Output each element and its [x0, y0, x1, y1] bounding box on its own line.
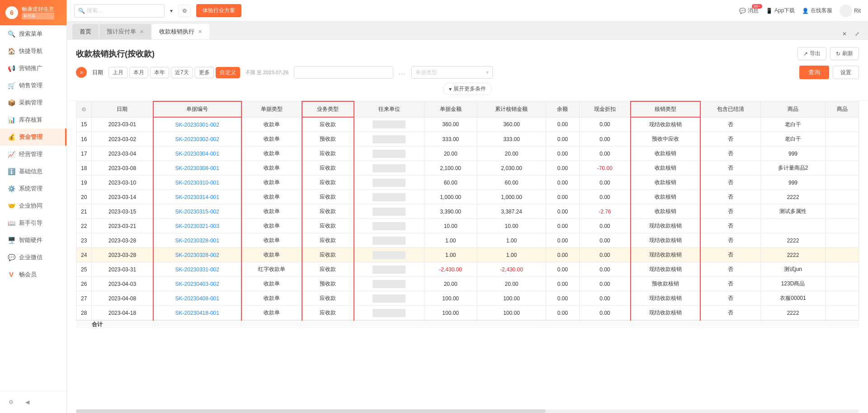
bill-no-link[interactable]: SK-20230331-002	[175, 266, 219, 273]
topbar-dropdown[interactable]: ▾	[170, 8, 173, 14]
row-verify-type: 现结收款核销	[631, 233, 700, 248]
row-goods2	[826, 190, 859, 204]
sidebar-item-label: 资金管理	[19, 133, 42, 141]
col-written-off: 累计核销金额	[477, 101, 546, 117]
row-biz-type: 应收款	[302, 291, 354, 306]
sidebar-item-sales[interactable]: 🛒 销售管理	[0, 77, 66, 94]
sidebar-item-basic[interactable]: ℹ️ 基础信息	[0, 163, 66, 180]
bill-no-link[interactable]: SK-20230408-001	[175, 295, 219, 302]
message-btn[interactable]: 💬 消息 99+	[739, 7, 759, 14]
row-written-off: -2,430.00	[477, 262, 546, 277]
tab-home[interactable]: 首页	[72, 24, 99, 39]
tab-collection-close[interactable]: ✕	[198, 29, 202, 35]
type-select[interactable]: 单据类型 ▾	[411, 66, 493, 79]
sidebar-item-marketing[interactable]: 📢 营销推广	[0, 60, 66, 77]
row-written-off: 2,030.00	[477, 161, 546, 176]
bill-no-link[interactable]: SK-20230328-001	[175, 237, 219, 244]
row-balance: 0.00	[546, 248, 580, 262]
row-bill-type: 收款单	[241, 306, 302, 321]
row-written-off: 1,000.00	[477, 190, 546, 204]
row-included: 否	[700, 204, 760, 219]
sidebar-item-purchase[interactable]: 📦 采购管理	[0, 94, 66, 111]
refresh-button[interactable]: ↻ 刷新	[830, 47, 859, 60]
row-date: 2023-03-21	[92, 219, 153, 233]
settings-button[interactable]: 设置	[833, 66, 859, 79]
sidebar-item-system[interactable]: ⚙️ 系统管理	[0, 180, 66, 197]
row-bill-no: SK-20230403-002	[153, 277, 241, 291]
close-tab-btn[interactable]: ✕	[839, 28, 850, 39]
col-gear[interactable]: ⚙	[76, 101, 92, 117]
online-service-btn[interactable]: 👤 在线客服	[802, 7, 832, 14]
row-goods1: 老白干	[760, 117, 826, 132]
bill-no-link[interactable]: SK-20230418-001	[175, 310, 219, 316]
sidebar-item-finance[interactable]: 💰 资金管理	[0, 128, 66, 146]
filter-toggle-btn[interactable]: »	[76, 67, 87, 78]
solution-button[interactable]: 体验行业方案	[196, 4, 241, 17]
bill-no-link[interactable]: SK-20230328-002	[175, 252, 219, 258]
bill-no-link[interactable]: SK-20230315-002	[175, 209, 219, 215]
collapse-btn[interactable]: ◀	[21, 396, 33, 408]
row-discount: 0.00	[579, 132, 631, 147]
row-included: 否	[700, 277, 760, 291]
tab-prepay-close[interactable]: ✕	[140, 29, 144, 35]
tab-collection[interactable]: 收款核销执行 ✕	[152, 24, 209, 39]
row-written-off: 20.00	[477, 277, 546, 291]
row-date: 2023-04-18	[92, 306, 153, 321]
row-goods2	[826, 262, 859, 277]
bill-no-link[interactable]: SK-20230308-001	[175, 165, 219, 171]
unit-input[interactable]	[294, 66, 393, 79]
topbar-search-box[interactable]: 🔍 搜索...	[74, 4, 165, 18]
gear-icon[interactable]: ⚙	[81, 106, 86, 113]
bill-no-link[interactable]: SK-20230302-002	[175, 136, 219, 142]
sidebar-item-member[interactable]: V 畅会员	[0, 266, 66, 283]
tab-prepay[interactable]: 预计应付单 ✕	[99, 24, 151, 39]
sidebar-item-wechat[interactable]: 💬 企业微信	[0, 249, 66, 266]
date-btn-this-year[interactable]: 本年	[150, 67, 169, 78]
bill-no-link[interactable]: SK-20230403-002	[175, 281, 219, 287]
sidebar-item-guide[interactable]: 📖 新手引导	[0, 214, 66, 232]
sidebar-item-corp[interactable]: 🤝 企业协同	[0, 197, 66, 214]
row-amount: 10.00	[424, 219, 477, 233]
bill-no-link[interactable]: SK-20230301-002	[175, 122, 219, 128]
sidebar-item-inventory[interactable]: 📊 库存核算	[0, 111, 66, 128]
settings-bottom-btn[interactable]: ⚙	[5, 396, 17, 408]
sidebar-item-hardware[interactable]: 🖥️ 智能硬件	[0, 232, 66, 249]
scroll-thumb	[76, 409, 546, 413]
expand-more-btn[interactable]: ▾ 展开更多条件	[443, 83, 492, 95]
page-actions: ↗ 导出 ↻ 刷新	[797, 47, 859, 60]
row-included: 否	[700, 306, 760, 321]
row-no: 15	[76, 117, 92, 132]
row-included: 否	[700, 117, 760, 132]
app-download-btn[interactable]: 📱 App下载	[766, 7, 795, 14]
export-button[interactable]: ↗ 导出	[797, 47, 826, 60]
row-goods1: 多计量商品2	[760, 161, 826, 176]
row-goods2	[826, 161, 859, 176]
sidebar-item-search[interactable]: 🔍 搜索菜单	[0, 25, 66, 43]
bill-no-link[interactable]: SK-20230321-003	[175, 223, 219, 229]
row-bill-no: SK-20230328-001	[153, 233, 241, 248]
user-avatar[interactable]: Rit	[840, 5, 861, 17]
row-unit	[354, 277, 424, 291]
scroll-indicator[interactable]	[76, 409, 859, 413]
sidebar-item-quick-nav[interactable]: 🏠 快捷导航	[0, 43, 66, 60]
row-goods1	[760, 219, 826, 233]
bill-no-link[interactable]: SK-20230310-001	[175, 180, 219, 186]
query-button[interactable]: 查询	[799, 66, 829, 79]
row-bill-type: 红字收款单	[241, 262, 302, 277]
sidebar-item-operation[interactable]: 📈 经营管理	[0, 146, 66, 163]
row-biz-type: 应收款	[302, 176, 354, 190]
date-btn-this-month[interactable]: 本月	[129, 67, 148, 78]
row-included: 否	[700, 291, 760, 306]
date-btn-custom[interactable]: 自定义	[216, 67, 240, 78]
table-row: 21 2023-03-15 SK-20230315-002 收款单 应收款 3,…	[76, 204, 859, 219]
date-btn-more[interactable]: 更多	[195, 67, 214, 78]
col-goods2: 商品	[826, 101, 859, 117]
date-btn-7days[interactable]: 近7天	[171, 67, 193, 78]
topbar-gear-btn[interactable]: ⚙	[178, 5, 191, 17]
bill-no-link[interactable]: SK-20230304-001	[175, 151, 219, 157]
message-icon: 💬	[739, 8, 746, 14]
date-btn-last-month[interactable]: 上月	[108, 67, 127, 78]
table-row: 22 2023-03-21 SK-20230321-003 收款单 应收款 10…	[76, 219, 859, 233]
maximize-tab-btn[interactable]: ⤢	[852, 28, 863, 39]
bill-no-link[interactable]: SK-20230314-001	[175, 194, 219, 200]
